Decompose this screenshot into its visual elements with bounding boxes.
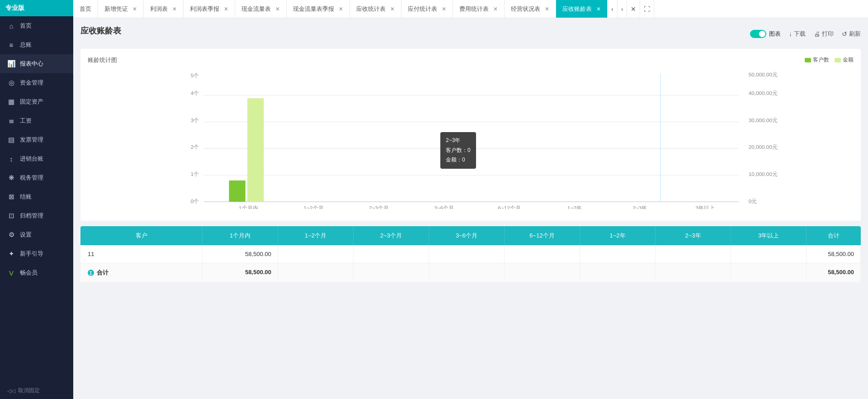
settings-icon: ⚙	[7, 231, 15, 239]
guide-icon: ✦	[7, 250, 15, 258]
tab-close-ar-stat[interactable]: ✕	[390, 6, 395, 12]
tab-close-cashflow-q[interactable]: ✕	[339, 6, 343, 12]
tab-profit[interactable]: 利润表 ✕	[144, 0, 184, 18]
svg-text:40,000.00元: 40,000.00元	[749, 90, 778, 96]
chart-title: 账龄统计图	[88, 56, 854, 64]
td-m1-0: 58,500.00	[203, 245, 278, 263]
tab-close-profit-q[interactable]: ✕	[224, 6, 228, 12]
sidebar-item-settings[interactable]: ⚙ 设置	[0, 225, 73, 244]
sidebar-item-guide[interactable]: ✦ 新手引导	[0, 244, 73, 263]
td-total-y3plus	[731, 263, 807, 282]
legend-color-customers	[805, 58, 811, 62]
total-label-cell: ∑ 合计	[80, 269, 196, 277]
page-title: 应收账龄表	[80, 25, 121, 36]
chart-svg-area: 0个 1个 2个 3个 4个 5个 0元 10,000.00元 20,000.0…	[88, 69, 854, 209]
tab-nav-expand[interactable]: ⛶	[640, 0, 654, 18]
th-m23: 2~3个月	[354, 226, 429, 245]
app-logo: 专业版	[0, 0, 73, 16]
sidebar-item-salary[interactable]: ≣ 工资	[0, 111, 73, 130]
tab-home[interactable]: 首页	[73, 0, 98, 18]
td-m12-0	[278, 245, 354, 263]
tab-nav-prev[interactable]: ‹	[608, 0, 618, 18]
data-table: 客户 1个月内 1~2个月 2~3个月 3~6个月 6~12个月 1~2年 2~…	[80, 226, 861, 283]
refresh-button[interactable]: ↺ 刷新	[842, 30, 861, 38]
sidebar-item-settle[interactable]: ⊠ 结账	[0, 187, 73, 206]
th-total: 合计	[807, 226, 861, 245]
ledger-icon: ≡	[7, 41, 15, 49]
sidebar-item-funds[interactable]: ◎ 资金管理	[0, 73, 73, 92]
tab-close-biz-status[interactable]: ✕	[545, 6, 549, 12]
sidebar-item-assets[interactable]: ▦ 固定资产	[0, 92, 73, 111]
td-customer-0: 11	[80, 245, 203, 263]
tab-ap-stat[interactable]: 应付统计表 ✕	[401, 0, 453, 18]
chart-legend: 客户数 金额	[805, 56, 854, 64]
chart-container: 账龄统计图 客户数 金额 0个 1个 2个 3个 4个	[80, 49, 861, 221]
sidebar-item-ledger[interactable]: ≡ 总账	[0, 35, 73, 54]
sales-icon: ↕	[7, 155, 15, 163]
td-total-m12	[278, 263, 354, 282]
svg-text:10,000.00元: 10,000.00元	[749, 171, 778, 177]
th-customer: 客户	[80, 226, 203, 245]
tab-biz-status[interactable]: 经营状况表 ✕	[505, 0, 556, 18]
main-area: 首页 新增凭证 ✕ 利润表 ✕ 利润表季报 ✕ 现金流量表 ✕ 现金流量表季报 …	[73, 0, 868, 399]
toggle-track[interactable]	[750, 30, 766, 38]
svg-text:1~2年: 1~2年	[567, 205, 582, 209]
legend-amount: 金额	[835, 56, 854, 64]
tax-icon: ❋	[7, 174, 15, 182]
sidebar-item-invoice[interactable]: ▤ 发票管理	[0, 130, 73, 149]
tab-cashflow[interactable]: 现金流量表 ✕	[235, 0, 287, 18]
toggle-label: 图表	[769, 30, 781, 38]
td-total-label: ∑ 合计	[80, 263, 203, 282]
assets-icon: ▦	[7, 98, 15, 106]
svg-text:2~3年: 2~3年	[632, 205, 647, 209]
svg-text:20,000.00元: 20,000.00元	[749, 144, 778, 150]
funds-icon: ◎	[7, 79, 15, 87]
sidebar-item-reports[interactable]: 📊 报表中心	[0, 54, 73, 73]
print-button[interactable]: 🖨 打印	[814, 30, 834, 38]
tab-ar-aging[interactable]: 应收账龄表 ✕	[556, 0, 608, 18]
td-y12-0	[580, 245, 656, 263]
legend-color-amount	[835, 58, 841, 62]
tab-expense[interactable]: 费用统计表 ✕	[453, 0, 505, 18]
th-y23: 2~3年	[656, 226, 731, 245]
td-m612-0	[505, 245, 580, 263]
tab-nav-close-all[interactable]: ✕	[627, 0, 640, 18]
svg-text:0元: 0元	[749, 198, 757, 204]
download-button[interactable]: ↓ 下载	[789, 30, 806, 38]
svg-text:50,000.00元: 50,000.00元	[749, 71, 778, 77]
tab-close-ap-stat[interactable]: ✕	[442, 6, 446, 12]
th-y3plus: 3年以上	[731, 226, 807, 245]
total-icon: ∑	[88, 270, 94, 276]
tab-close-cashflow[interactable]: ✕	[275, 6, 280, 12]
tab-voucher[interactable]: 新增凭证 ✕	[98, 0, 144, 18]
td-total-0: 58,500.00	[807, 245, 861, 263]
tab-nav-next[interactable]: ›	[618, 0, 627, 18]
td-y3plus-0	[731, 245, 807, 263]
sidebar-item-tax[interactable]: ❋ 税务管理	[0, 168, 73, 187]
tab-close-expense[interactable]: ✕	[493, 6, 498, 12]
svg-text:3~6个月: 3~6个月	[434, 205, 454, 209]
refresh-icon: ↺	[842, 30, 847, 38]
chart-svg: 0个 1个 2个 3个 4个 5个 0元 10,000.00元 20,000.0…	[88, 69, 854, 209]
sidebar-item-sales[interactable]: ↕ 进销台账	[0, 149, 73, 168]
td-total-m1: 58,500.00	[203, 263, 278, 282]
sidebar-item-member[interactable]: V 畅会员	[0, 263, 73, 282]
bar-customers-1	[229, 180, 245, 202]
tab-bar: 首页 新增凭证 ✕ 利润表 ✕ 利润表季报 ✕ 现金流量表 ✕ 现金流量表季报 …	[73, 0, 868, 18]
svg-text:6~12个月: 6~12个月	[498, 205, 520, 209]
tab-profit-q[interactable]: 利润表季报 ✕	[184, 0, 235, 18]
tab-cashflow-q[interactable]: 现金流量表季报 ✕	[287, 0, 350, 18]
salary-icon: ≣	[7, 117, 15, 125]
sidebar-item-archive[interactable]: ⊡ 归档管理	[0, 206, 73, 225]
tab-close-ar-aging[interactable]: ✕	[596, 6, 601, 12]
unpin-button[interactable]: ◁◁ 取消固定	[0, 382, 73, 399]
tab-ar-stat[interactable]: 应收统计表 ✕	[350, 0, 401, 18]
unpin-icon: ◁◁	[7, 388, 15, 394]
tab-close-voucher[interactable]: ✕	[132, 6, 137, 12]
tab-close-profit[interactable]: ✕	[172, 6, 177, 12]
svg-text:2~3个月: 2~3个月	[369, 205, 389, 209]
chart-toggle[interactable]: 图表	[750, 30, 781, 38]
td-total-y23	[656, 263, 731, 282]
sidebar: 专业版 ⌂ 首页 ≡ 总账 📊 报表中心 ◎ 资金管理 ▦ 固定资产 ≣ 工资 …	[0, 0, 73, 399]
sidebar-item-home[interactable]: ⌂ 首页	[0, 16, 73, 35]
